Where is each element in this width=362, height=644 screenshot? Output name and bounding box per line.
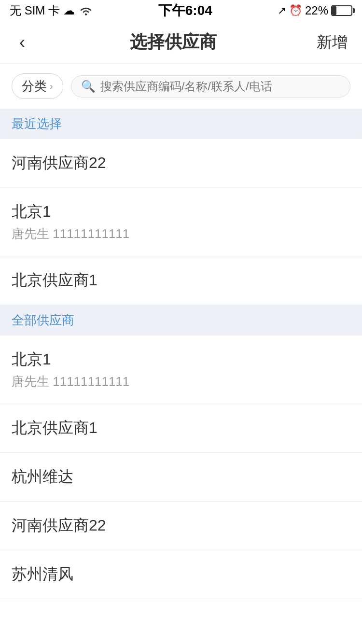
back-button[interactable]: ‹: [14, 28, 30, 57]
item-name: 北京供应商1: [12, 270, 350, 291]
item-name: 河南供应商22: [12, 515, 350, 536]
search-box: 🔍: [71, 75, 350, 98]
item-name: 苏州清风: [12, 564, 350, 585]
battery-icon: [331, 5, 352, 16]
sim-label: 无 SIM 卡 ☁: [10, 3, 75, 18]
item-sub: 唐先生 11111111111: [12, 225, 350, 242]
location-icon: ↗: [278, 4, 286, 17]
chevron-right-icon: ›: [50, 81, 53, 92]
status-left: 无 SIM 卡 ☁: [10, 3, 93, 18]
battery-percent: 22%: [305, 4, 328, 17]
category-label: 分类: [22, 78, 47, 95]
page-title: 选择供应商: [130, 30, 217, 54]
item-name: 北京1: [12, 349, 350, 370]
item-name: 杭州维达: [12, 466, 350, 488]
svg-point-0: [85, 14, 87, 15]
item-name: 河南供应商22: [12, 153, 350, 174]
nav-bar: ‹ 选择供应商 新增: [0, 21, 362, 64]
wifi-icon: [79, 5, 93, 16]
list-item[interactable]: 河南供应商22: [0, 139, 362, 188]
status-right: ↗ ⏰ 22%: [278, 4, 352, 17]
item-sub: 唐先生 11111111111: [12, 373, 350, 390]
all-list: 北京1唐先生 11111111111北京供应商1杭州维达河南供应商22苏州清风: [0, 336, 362, 599]
list-item[interactable]: 北京供应商1: [0, 256, 362, 305]
item-name: 北京供应商1: [12, 418, 350, 439]
list-item[interactable]: 北京1唐先生 11111111111: [0, 336, 362, 404]
category-button[interactable]: 分类 ›: [12, 73, 63, 99]
list-item[interactable]: 杭州维达: [0, 453, 362, 502]
all-section-header: 全部供应商: [0, 305, 362, 336]
search-icon: 🔍: [81, 80, 96, 93]
list-item[interactable]: 北京供应商1: [0, 404, 362, 453]
list-item[interactable]: 苏州清风: [0, 550, 362, 599]
recent-list: 河南供应商22北京1唐先生 11111111111北京供应商1: [0, 139, 362, 305]
add-button[interactable]: 新增: [317, 32, 348, 53]
list-item[interactable]: 河南供应商22: [0, 502, 362, 550]
status-time: 下午6:04: [158, 1, 212, 20]
item-name: 北京1: [12, 201, 350, 223]
filter-bar: 分类 › 🔍: [0, 64, 362, 109]
recent-section-header: 最近选择: [0, 109, 362, 139]
list-item[interactable]: 北京1唐先生 11111111111: [0, 188, 362, 256]
search-input[interactable]: [100, 80, 340, 93]
alarm-icon: ⏰: [289, 4, 302, 17]
status-bar: 无 SIM 卡 ☁ 下午6:04 ↗ ⏰ 22%: [0, 0, 362, 21]
